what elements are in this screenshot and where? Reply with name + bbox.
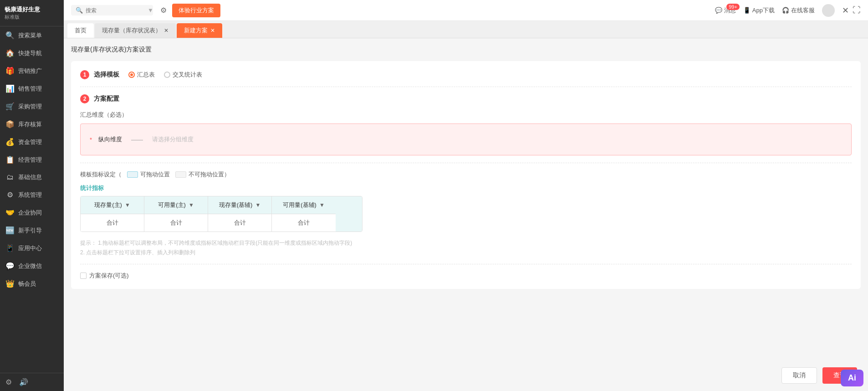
stats-col-3: 可用量(基辅) ▼ 合计: [272, 196, 336, 232]
tab-new-scheme[interactable]: 新建方案 ✕: [177, 23, 222, 38]
chevron-down-icon-1: ▼: [189, 202, 194, 208]
sidebar-item-label: 企业协同: [18, 209, 42, 217]
quick-nav-icon: 🏠: [5, 49, 15, 57]
content-area: 现存量(库存状况表)方案设置 1 选择模板 汇总表 交叉统计表: [64, 38, 868, 391]
stats-col-0-header[interactable]: 现存量(主) ▼: [81, 196, 144, 214]
stats-col-1-cell: 合计: [144, 214, 208, 232]
speaker-icon[interactable]: 🔊: [19, 378, 28, 386]
stats-section-label: 统计指标: [80, 184, 852, 192]
radio-summary-label: 汇总表: [137, 71, 155, 79]
message-item[interactable]: 💬 消息 99+: [715, 6, 736, 15]
sidebar-item-system[interactable]: ⚙ 系统管理: [0, 186, 64, 204]
sidebar-item-label: 快捷导航: [18, 49, 42, 57]
ai-badge[interactable]: Ai: [841, 370, 863, 386]
app-center-icon: 📱: [5, 244, 15, 252]
sidebar-item-member[interactable]: 👑 畅会员: [0, 275, 64, 293]
app-download-item[interactable]: 📱 App下载: [743, 6, 775, 15]
sidebar-nav: 🔍 搜索菜单 🏠 快捷导航 🎁 营销推广 📊 销售管理 🛒 采购管理 📦 库存核…: [0, 26, 64, 373]
sidebar-item-quick-nav[interactable]: 🏠 快捷导航: [0, 44, 64, 62]
wechat-icon: 💬: [5, 262, 15, 270]
expand-window-icon[interactable]: ⛶: [853, 5, 861, 15]
sidebar-item-operations[interactable]: 📋 经营管理: [0, 151, 64, 169]
settings-icon[interactable]: ⚙: [5, 378, 12, 386]
step2-row: 2 方案配置: [80, 94, 852, 103]
sidebar-item-label: 营销推广: [18, 67, 42, 75]
stats-table: 现存量(主) ▼ 合计 可用量(主) ▼: [80, 196, 363, 232]
sidebar-item-label: 经营管理: [18, 156, 42, 164]
non-draggable-legend-text: 不可拖动位置）: [189, 170, 230, 179]
draggable-legend-text: 可拖动位置: [140, 170, 170, 179]
close-window-icon[interactable]: ✕: [842, 5, 849, 15]
sidebar-item-marketing[interactable]: 🎁 营销推广: [0, 62, 64, 80]
stats-col-3-header[interactable]: 可用量(基辅) ▼: [272, 196, 336, 214]
stats-table-header-row: 现存量(主) ▼ 合计 可用量(主) ▼: [81, 196, 362, 232]
user-avatar[interactable]: [822, 4, 835, 17]
sidebar-item-guide[interactable]: 🆕 新手引导: [0, 221, 64, 239]
save-checkbox-label[interactable]: 方案保存(可选): [80, 272, 129, 280]
sales-icon: 📊: [5, 84, 15, 93]
chevron-down-icon-0: ▼: [125, 202, 130, 208]
sidebar-item-sales[interactable]: 📊 销售管理: [0, 80, 64, 98]
radio-cross-label: 交叉统计表: [173, 71, 202, 79]
sidebar-item-app-center[interactable]: 📱 应用中心: [0, 239, 64, 257]
cancel-button[interactable]: 取消: [781, 367, 817, 384]
dimension-selector-box[interactable]: * 纵向维度 —— 请选择分组维度: [80, 123, 852, 155]
sidebar-item-label: 基础信息: [18, 173, 42, 181]
headset-icon: 🎧: [782, 7, 789, 14]
stats-col-2-header[interactable]: 现存量(基辅) ▼: [208, 196, 271, 214]
step1-badge: 1: [80, 70, 89, 79]
stats-col-3-label: 可用量(基辅): [283, 201, 317, 209]
summary-dimension-label: 汇总维度（必选）: [80, 111, 852, 119]
sidebar-item-label: 新手引导: [18, 226, 42, 235]
guide-icon: 🆕: [5, 226, 15, 235]
app-download-label: App下载: [752, 6, 775, 15]
stats-col-1-label: 可用量(主): [158, 201, 186, 209]
sidebar-item-purchase[interactable]: 🛒 采购管理: [0, 98, 64, 115]
search-menu-icon: 🔍: [5, 31, 15, 40]
stats-col-0: 现存量(主) ▼ 合计: [81, 196, 144, 232]
tab-inventory-status[interactable]: 现存量（库存状况表） ✕: [95, 23, 176, 38]
message-badge: 99+: [726, 4, 740, 10]
sidebar-item-wechat[interactable]: 💬 企业微信: [0, 257, 64, 275]
industry-solution-button[interactable]: 体验行业方案: [172, 4, 220, 17]
tab-home[interactable]: 首页: [67, 23, 94, 38]
online-service-item[interactable]: 🎧 在线客服: [782, 6, 815, 15]
sidebar-item-label: 畅会员: [18, 280, 36, 288]
topbar-search-box[interactable]: 🔍 ▼: [71, 5, 153, 15]
stats-col-2: 现存量(基辅) ▼ 合计: [208, 196, 272, 232]
sidebar-item-label: 资金管理: [18, 138, 42, 146]
settings-gear-icon[interactable]: ⚙: [160, 6, 167, 15]
sidebar-item-label: 库存核算: [18, 120, 42, 129]
stats-col-1-header[interactable]: 可用量(主) ▼: [144, 196, 208, 214]
sidebar-item-search-menu[interactable]: 🔍 搜索菜单: [0, 26, 64, 44]
dimension-field-name: 纵向维度: [98, 135, 122, 144]
stats-col-3-cell: 合计: [272, 214, 336, 232]
member-icon: 👑: [5, 279, 15, 288]
save-checkbox[interactable]: [80, 273, 87, 279]
stats-section: 统计指标 现存量(主) ▼ 合计: [80, 184, 852, 232]
divider-2: [80, 163, 852, 163]
sidebar-item-cooperation[interactable]: 🤝 企业协同: [0, 204, 64, 221]
divider-1: [80, 87, 852, 87]
search-input[interactable]: [86, 7, 145, 14]
save-checkbox-text: 方案保存(可选): [89, 272, 129, 280]
message-icon: 💬: [715, 7, 722, 14]
sidebar-item-inventory[interactable]: 📦 库存核算: [0, 115, 64, 133]
indicator-settings-row: 模板指标设定（ 可拖动位置 不可拖动位置）: [80, 170, 852, 179]
tip-2: 2. 点击标题栏下拉可设置排序、插入列和删除列: [80, 249, 852, 257]
stats-col-2-label: 现存量(基辅): [219, 201, 253, 209]
template-radio-group: 汇总表 交叉统计表: [128, 71, 202, 79]
radio-summary-table[interactable]: 汇总表: [128, 71, 155, 79]
step2-badge: 2: [80, 94, 89, 103]
radio-cross-table[interactable]: 交叉统计表: [164, 71, 202, 79]
tab-inventory-status-close[interactable]: ✕: [164, 27, 168, 34]
save-option-row: 方案保存(可选): [80, 272, 852, 280]
sidebar-item-finance[interactable]: 💰 资金管理: [0, 133, 64, 151]
tab-new-scheme-close[interactable]: ✕: [210, 27, 215, 34]
system-icon: ⚙: [5, 190, 15, 199]
sidebar-item-basic-info[interactable]: 🗂 基础信息: [0, 169, 64, 186]
sidebar-item-label: 企业微信: [18, 262, 42, 270]
dimension-placeholder: 请选择分组维度: [152, 135, 194, 144]
window-controls: ✕ ⛶: [842, 5, 861, 15]
dropdown-icon: ▼: [148, 7, 153, 14]
